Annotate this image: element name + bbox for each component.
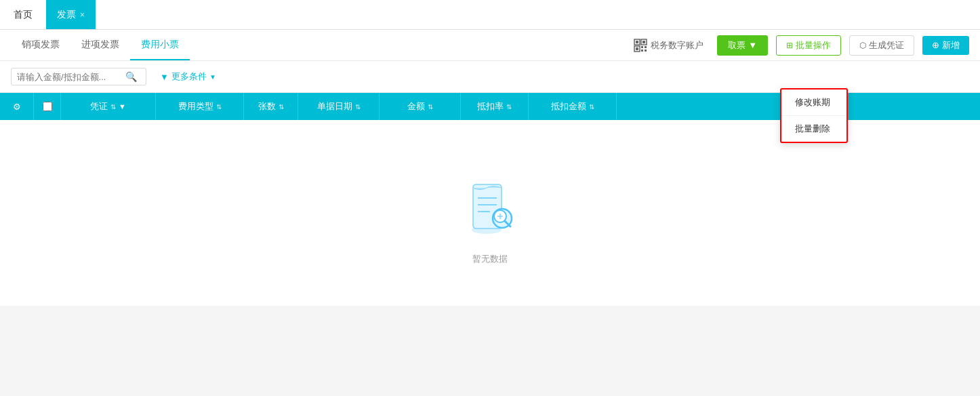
take-ticket-button[interactable]: 取票 ▼	[717, 35, 768, 56]
sub-tabs-right: 税务数字账户 取票 ▼ ⊞ 批量操作 ⬡ 生成凭证 ⊕ 新增	[628, 35, 969, 56]
add-label: 新增	[942, 39, 960, 52]
filter-arrow: ▼	[209, 73, 216, 81]
th-settings[interactable]: ⚙	[0, 93, 34, 120]
take-ticket-label: 取票	[728, 39, 746, 52]
th-voucher-label: 凭证	[90, 100, 108, 113]
th-count-label: 张数	[258, 100, 276, 113]
qr-label: 税务数字账户	[651, 39, 703, 52]
close-icon[interactable]: ×	[80, 10, 85, 20]
svg-rect-9	[645, 50, 647, 52]
sort-rate-icon[interactable]: ⇅	[506, 103, 512, 111]
sort-date-icon[interactable]: ⇅	[355, 103, 361, 111]
th-count: 张数 ⇅	[244, 93, 298, 120]
select-all-checkbox[interactable]	[43, 102, 52, 111]
filter-label: 更多条件	[171, 71, 207, 83]
nav-home[interactable]: 首页	[0, 0, 46, 29]
sort-deduct-icon[interactable]: ⇅	[589, 103, 594, 111]
tab-input[interactable]: 进项发票	[70, 30, 130, 60]
settings-icon: ⚙	[13, 102, 21, 112]
th-amount: 金额 ⇅	[380, 93, 461, 120]
search-input[interactable]	[17, 72, 125, 82]
filter-icon: ▼	[160, 72, 169, 82]
svg-rect-3	[642, 41, 645, 43]
batch-operation-button[interactable]: ⊞ 批量操作	[776, 35, 841, 56]
th-expense-type: 费用类型 ⇅	[156, 93, 244, 120]
search-icon: 🔍	[125, 71, 137, 82]
take-ticket-arrow: ▼	[748, 40, 757, 50]
sort-amount-icon[interactable]: ⇅	[428, 103, 433, 111]
filter-voucher-icon[interactable]: ▼	[119, 102, 126, 111]
svg-rect-5	[636, 47, 638, 50]
voucher-label: 生成凭证	[869, 39, 904, 52]
dropdown-modify-period[interactable]: 修改账期	[781, 90, 846, 115]
th-deduct-rate: 抵扣率 ⇅	[461, 93, 529, 120]
nav-tab-invoice[interactable]: 发票 ×	[46, 0, 96, 29]
tab-sales[interactable]: 销项发票	[11, 30, 70, 60]
th-date: 单据日期 ⇅	[298, 93, 380, 120]
th-deduct-rate-label: 抵扣率	[477, 100, 504, 113]
filter-button[interactable]: ▼ 更多条件 ▼	[155, 68, 222, 85]
empty-illustration	[456, 174, 524, 242]
tab-expense[interactable]: 费用小票	[130, 30, 190, 60]
sub-tabs: 销项发票 进项发票 费用小票 税务数字账户 取票 ▼	[0, 30, 980, 61]
empty-text: 暂无数据	[472, 253, 508, 265]
sort-voucher-icon[interactable]: ⇅	[110, 103, 116, 111]
th-deduct-amount: 抵扣金额 ⇅	[529, 93, 617, 120]
qr-btn[interactable]: 税务数字账户	[628, 35, 709, 56]
batch-icon: ⊞	[786, 41, 793, 50]
voucher-icon: ⬡	[859, 41, 866, 50]
sub-tabs-left: 销项发票 进项发票 费用小票	[11, 30, 190, 60]
svg-rect-7	[645, 46, 647, 48]
th-expense-type-label: 费用类型	[178, 100, 213, 113]
top-nav: 首页 发票 ×	[0, 0, 980, 30]
generate-voucher-button[interactable]: ⬡ 生成凭证	[849, 35, 914, 56]
th-amount-label: 金额	[407, 100, 425, 113]
th-deduct-amount-label: 抵扣金额	[551, 100, 586, 113]
qr-icon	[633, 38, 648, 53]
th-date-label: 单据日期	[317, 100, 352, 113]
th-checkbox[interactable]	[34, 93, 61, 120]
sort-expense-icon[interactable]: ⇅	[216, 103, 222, 111]
batch-dropdown-menu: 修改账期 批量删除	[780, 88, 848, 143]
add-button[interactable]: ⊕ 新增	[922, 36, 969, 55]
th-voucher: 凭证 ⇅ ▼	[61, 93, 156, 120]
sort-count-icon[interactable]: ⇅	[279, 103, 284, 111]
empty-state: 暂无数据	[0, 120, 980, 306]
svg-rect-8	[641, 50, 643, 52]
search-input-wrapper[interactable]: 🔍	[11, 68, 146, 85]
nav-tab-label: 发票	[57, 9, 76, 21]
dropdown-batch-delete[interactable]: 批量删除	[781, 116, 846, 142]
batch-label: 批量操作	[796, 39, 831, 52]
add-icon: ⊕	[932, 40, 939, 50]
svg-rect-1	[636, 41, 638, 43]
svg-rect-6	[641, 46, 643, 48]
